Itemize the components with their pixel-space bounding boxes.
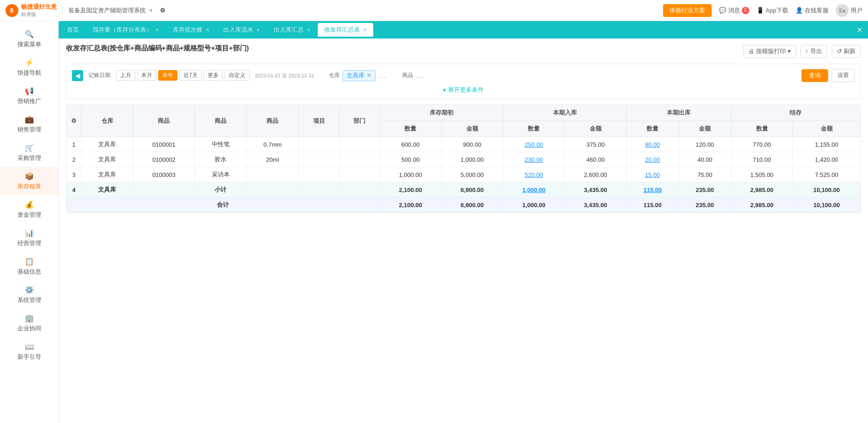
tab-summary-close[interactable]: ✕ [306,27,310,33]
query-button[interactable]: 查询 [802,69,828,82]
sidebar-item-inventory[interactable]: 📦 库存核算 [0,167,58,195]
cell-code: 0100001 [133,137,195,152]
sidebar-item-guide[interactable]: 📖 新手引导 [0,337,58,366]
export-button[interactable]: ↑ 导出 [801,45,828,58]
sidebar-item-operations[interactable]: 📊 经营管理 [0,224,58,252]
experience-button[interactable]: 体验行业方案 [663,4,712,17]
filter-toggle[interactable]: ◀ [72,70,83,81]
cell-out-qty[interactable]: 20.00 [626,152,679,167]
tab-batch-close[interactable]: ✕ [205,27,210,33]
refresh-button[interactable]: ↺ 刷新 [832,45,861,58]
print-dropdown-icon: ▾ [788,48,791,55]
user-action[interactable]: Ea 用户 [836,4,862,17]
online-service-action[interactable]: 👤 在线客服 [796,6,829,15]
cell-init-amt: 6,900.00 [442,182,503,198]
warehouse-tag-close[interactable]: ✕ [366,72,371,79]
system-dropdown-icon[interactable]: ▾ [149,7,153,14]
cell-in-qty[interactable]: 230.00 [503,152,565,167]
page-title: 收发存汇总表(按仓库+商品编码+商品+规格型号+项目+部门) [66,44,249,53]
cell-in-qty[interactable]: 1,000.00 [503,182,565,198]
marketing-icon: 📢 [25,86,34,95]
tab-summary[interactable]: 出入库汇总 ✕ [267,23,317,37]
sidebar-item-enterprise[interactable]: 🏢 企业协同 [0,309,58,337]
print-button[interactable]: 🖨 按模版打印 ▾ [743,45,796,58]
sidebar-label-purchase: 采购管理 [17,154,41,162]
cell-bal-qty: 710.00 [731,152,793,167]
cell-bal-qty: 770.00 [731,137,793,152]
message-action[interactable]: 💬 消息 6 [719,6,749,15]
tab-flow-close[interactable]: ✕ [256,27,260,33]
cell-out-amt: 120.00 [679,137,731,152]
tab-home[interactable]: 首页 [61,23,85,37]
cell-out-qty[interactable]: 15.00 [626,167,679,182]
cell-name: 中性笔 [195,137,247,152]
sidebar-item-sales[interactable]: 💼 销售管理 [0,110,58,138]
sidebar-label-search: 搜索菜单 [17,40,41,49]
date-this-year[interactable]: 本年 [158,70,177,81]
cell-name: 胶水 [195,152,247,167]
total-label: 合计 [66,198,380,213]
th-init-qty: 数量 [380,121,442,137]
logo-sub: 标准版 [21,11,57,17]
sidebar-item-purchase[interactable]: 🛒 采购管理 [0,138,58,167]
th-in-stock: 本期入库 [503,105,626,121]
date-7days[interactable]: 近7天 [179,70,202,81]
sidebar-item-quick-nav[interactable]: ⚡ 快捷导航 [0,53,58,82]
table-row: 2文具库0100002胶水20ml500.001,000.00230.00460… [66,152,860,167]
total-out-qty: 115.00 [626,198,679,213]
settings-button[interactable]: 设置 [832,69,855,82]
sidebar-item-system[interactable]: ⚙️ 系统管理 [0,280,58,309]
date-custom[interactable]: 自定义 [225,70,249,81]
tab-stock-dist[interactable]: 现存量（库存分布表） ✕ [86,23,166,37]
sidebar-item-basic-info[interactable]: 📋 基础信息 [0,252,58,280]
tab-batch[interactable]: 库存批次账 ✕ [166,23,216,37]
tab-bar-close-all[interactable]: ✕ [853,26,866,34]
cell-spec [246,167,299,182]
th-out-qty: 数量 [626,121,679,137]
settings-icon[interactable]: ⚙ [160,7,166,14]
data-table-wrapper: ⚙ 仓库 商品 商品 商品 项目 部门 库存期初 本期入库 本期出库 结存 [66,104,861,213]
cell-init-qty: 2,100.00 [380,182,442,198]
purchase-icon: 🛒 [25,143,34,152]
cell-out-qty[interactable]: 115.00 [626,182,679,198]
sidebar-item-marketing[interactable]: 📢 营销推广 [0,82,58,110]
sidebar-label-finance: 资金管理 [17,211,41,219]
app-download-action[interactable]: 📱 App下载 [757,6,788,15]
print-icon: 🖨 [748,48,754,55]
tab-home-label: 首页 [67,26,79,34]
cell-dept [339,182,380,198]
tab-flow[interactable]: 出入库流水 ✕ [217,23,266,37]
goods-more-dots[interactable]: ... [416,71,425,80]
cell-dept [339,167,380,182]
basic-info-icon: 📋 [25,257,34,266]
warehouse-more-dots[interactable]: ... [378,71,387,80]
quick-nav-icon: ⚡ [25,58,34,67]
sidebar-item-finance[interactable]: 💰 资金管理 [0,195,58,224]
cell-out-qty[interactable]: 80.00 [626,137,679,152]
tab-stock-dist-close[interactable]: ✕ [155,27,159,33]
sidebar-label-system: 系统管理 [17,296,41,304]
header-right: 体验行业方案 💬 消息 6 📱 App下载 👤 在线客服 Ea 用户 [663,4,862,17]
expand-more-btn[interactable]: ▾ 展开更多条件 [443,86,484,94]
filter-area: ◀ 记账日期 上月 本月 本年 近7天 更多 自定义 2023-01-01 至 … [66,64,861,99]
sidebar-item-search[interactable]: 🔍 搜索菜单 [0,25,58,53]
warehouse-tag: 文具库 ✕ [343,70,376,81]
date-more[interactable]: 更多 [204,70,223,81]
th-settings[interactable]: ⚙ [66,105,82,137]
cell-out-amt: 75.00 [679,167,731,182]
logo-text: 畅捷通好生意 标准版 [21,3,57,17]
message-icon: 💬 [719,7,726,14]
sidebar-label-sales: 销售管理 [17,126,41,134]
cell-init-amt: 1,000.00 [442,152,503,167]
sidebar-label-inventory: 库存核算 [17,182,41,191]
date-this-month[interactable]: 本月 [137,70,156,81]
tab-bar: 首页 现存量（库存分布表） ✕ 库存批次账 ✕ 出入库流水 ✕ 出入库汇总 ✕ … [59,21,868,38]
cell-in-qty[interactable]: 250.00 [503,137,565,152]
tab-receipt-summary[interactable]: 收发存汇总表 ✕ [318,23,373,37]
tab-receipt-summary-close[interactable]: ✕ [363,27,367,33]
date-prev-month[interactable]: 上月 [116,70,135,81]
th-in-amt: 金额 [565,121,627,137]
th-bal-qty: 数量 [731,121,793,137]
cell-out-amt: 40.00 [679,152,731,167]
cell-in-qty[interactable]: 520.00 [503,167,565,182]
